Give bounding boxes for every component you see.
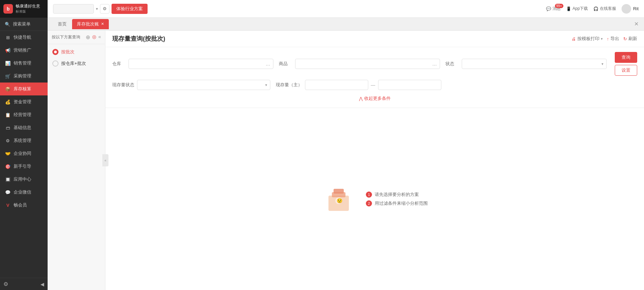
topbar-search-input[interactable] — [53, 4, 94, 14]
sidebar-item-newbie[interactable]: 🎯 新手引导 — [0, 160, 48, 173]
sidebar-item-member[interactable]: V 畅会员 — [0, 199, 48, 212]
print-label: 按模板打印 — [577, 36, 599, 42]
tabbar: 首页 库存批次账 ✕ ✕ — [48, 18, 644, 31]
query-button[interactable]: 查询 — [615, 52, 637, 63]
refresh-button[interactable]: ↻ 刷新 — [623, 36, 637, 42]
print-chevron-icon[interactable]: ▾ — [601, 37, 603, 41]
scheme-list: 按批次 按仓库+批次 — [48, 44, 105, 290]
svg-rect-2 — [334, 189, 344, 194]
scheme-panel-title: 按以下方案查询 — [52, 34, 80, 40]
collapse-sidebar-icon[interactable]: ◀ — [40, 282, 44, 287]
sidebar-item-purchase[interactable]: 🛒 采购管理 — [0, 70, 48, 83]
filter-row-2: 现存量状态 ▾ 现存量（主） — — [112, 80, 637, 90]
empty-state: 😟 1 请先选择要分析的方案 2 用过滤条件来缩小分析范围 — [105, 108, 644, 290]
user-profile-button[interactable]: Rit — [622, 4, 639, 14]
print-button[interactable]: 🖨 按模板打印 ▾ — [572, 36, 603, 42]
product-input[interactable]: … — [295, 59, 440, 69]
tab-close-icon[interactable]: ✕ — [101, 22, 104, 26]
warehouse-dots-icon[interactable]: … — [263, 61, 273, 67]
experience-button[interactable]: 体验行业方案 — [112, 4, 148, 14]
tab-home-label: 首页 — [58, 21, 67, 27]
sidebar-item-sales[interactable]: 📊 销售管理 — [0, 57, 48, 70]
export-button[interactable]: ↑ 导出 — [607, 36, 620, 42]
product-text-input[interactable] — [295, 61, 429, 67]
collapse-label: 收起更多条件 — [364, 95, 391, 102]
sidebar-item-label: 新手引导 — [14, 163, 31, 169]
empty-tips: 1 请先选择要分析的方案 2 用过滤条件来缩小分析范围 — [366, 192, 428, 206]
scheme-settings-icon[interactable]: ◎ — [92, 34, 96, 40]
collapse-chevron-icon: ⋀ — [359, 96, 363, 101]
sidebar-item-label: 快捷导航 — [14, 34, 31, 40]
product-dots-icon[interactable]: … — [429, 61, 440, 67]
empty-tip-2: 2 用过滤条件来缩小分析范围 — [366, 200, 428, 206]
action-buttons: 查询 设置 — [615, 52, 637, 76]
status-select[interactable]: ▾ — [462, 59, 607, 69]
app-subtitle: 标准版 — [16, 9, 40, 14]
search-label: 搜索菜单 — [13, 21, 31, 27]
quick-nav-icon: ⊞ — [5, 34, 11, 40]
sidebar-item-marketing[interactable]: 📢 营销推广 — [0, 44, 48, 57]
online-service-button[interactable]: 🎧 在线客服 — [593, 6, 616, 12]
newbie-icon: 🎯 — [5, 163, 11, 169]
sidebar-item-label: 企业协同 — [14, 150, 31, 157]
scheme-panel-header: 按以下方案查询 ⊕ ◎ « — [48, 31, 105, 44]
sidebar-item-label: 销售管理 — [14, 60, 31, 66]
inventory-status-select[interactable]: ▾ — [137, 80, 270, 90]
inventory-qty-to-input[interactable] — [378, 80, 441, 90]
sidebar-item-appstore[interactable]: 🔲 应用中心 — [0, 173, 48, 186]
tab-close-all-icon[interactable]: ✕ — [634, 21, 639, 27]
topbar-gear-button[interactable]: ⚙ — [100, 4, 109, 14]
scheme-radio-inactive — [52, 60, 58, 67]
operations-icon: 📋 — [5, 112, 11, 118]
svg-text:😟: 😟 — [337, 198, 343, 204]
sidebar-item-system[interactable]: ⚙ 系统管理 — [0, 134, 48, 147]
sales-icon: 📊 — [5, 60, 11, 66]
content-area: 按以下方案查询 ⊕ ◎ « 按批次 按仓库+批次 — [48, 31, 644, 290]
messages-button[interactable]: 💬 消息 99+ — [546, 6, 561, 12]
headset-icon: 🎧 — [593, 6, 598, 11]
sidebar-nav: ⊞ 快捷导航 📢 营销推广 📊 销售管理 🛒 采购管理 📦 库存核算 💰 资金管… — [0, 31, 48, 278]
collapse-arrow-button[interactable]: « — [102, 154, 108, 166]
topbar: ▾ ⚙ 体验行业方案 💬 消息 99+ 📱 App下载 🎧 在线客服 Rit — [48, 0, 644, 18]
refresh-label: 刷新 — [628, 36, 637, 42]
tab-inventory-batch[interactable]: 库存批次账 ✕ — [72, 19, 109, 29]
enterprise-icon: 🤝 — [5, 150, 11, 157]
sidebar-item-operations[interactable]: 📋 经营管理 — [0, 108, 48, 121]
messages-badge: 99+ — [555, 4, 563, 8]
settings-icon[interactable]: ⚙ — [3, 281, 8, 287]
topbar-chevron-icon[interactable]: ▾ — [96, 6, 98, 11]
warehouse-label: 仓库 — [112, 61, 126, 67]
system-icon: ⚙ — [5, 138, 11, 144]
warehouse-input[interactable]: … — [129, 59, 273, 69]
tip-2-number: 2 — [366, 200, 372, 206]
status-filter-group: 状态 ▾ — [445, 59, 607, 69]
scheme-radio-active — [52, 49, 58, 55]
sidebar-item-wechat[interactable]: 💬 企业微信 — [0, 186, 48, 199]
sidebar-search[interactable]: 🔍 搜索菜单 — [0, 18, 48, 31]
warehouse-text-input[interactable] — [129, 61, 263, 67]
sidebar-footer: ⚙ ◀ — [0, 278, 48, 290]
scheme-item-by-batch[interactable]: 按批次 — [48, 46, 105, 58]
sidebar-item-finance[interactable]: 💰 资金管理 — [0, 95, 48, 108]
search-icon: 🔍 — [5, 22, 10, 27]
collapse-filter-button[interactable]: ⋀ 收起更多条件 — [112, 94, 637, 103]
page-title: 现存量查询(按批次) — [112, 35, 165, 43]
add-scheme-icon[interactable]: ⊕ — [86, 34, 90, 40]
member-icon: V — [5, 202, 11, 208]
main-right-content: 现存量查询(按批次) 🖨 按模板打印 ▾ ↑ 导出 ↻ 刷新 — [105, 31, 644, 290]
status-label: 状态 — [445, 61, 459, 67]
inventory-qty-from-input[interactable] — [305, 80, 368, 90]
tip-1-text: 请先选择要分析的方案 — [375, 192, 419, 198]
sidebar-item-label: 应用中心 — [14, 176, 31, 182]
collapse-panel-icon[interactable]: « — [98, 34, 101, 40]
warehouse-filter-group: 仓库 … — [112, 59, 273, 69]
sidebar-item-inventory[interactable]: 📦 库存核算 — [0, 83, 48, 95]
app-download-button[interactable]: 📱 App下载 — [566, 6, 588, 12]
inventory-status-label: 现存量状态 — [112, 82, 134, 88]
tab-home[interactable]: 首页 — [53, 19, 71, 29]
sidebar-item-enterprise[interactable]: 🤝 企业协同 — [0, 147, 48, 160]
settings-button[interactable]: 设置 — [615, 65, 637, 76]
sidebar-item-basic[interactable]: 🗃 基础信息 — [0, 121, 48, 134]
sidebar-item-quick-nav[interactable]: ⊞ 快捷导航 — [0, 31, 48, 44]
scheme-item-by-warehouse-batch[interactable]: 按仓库+批次 — [48, 58, 105, 69]
